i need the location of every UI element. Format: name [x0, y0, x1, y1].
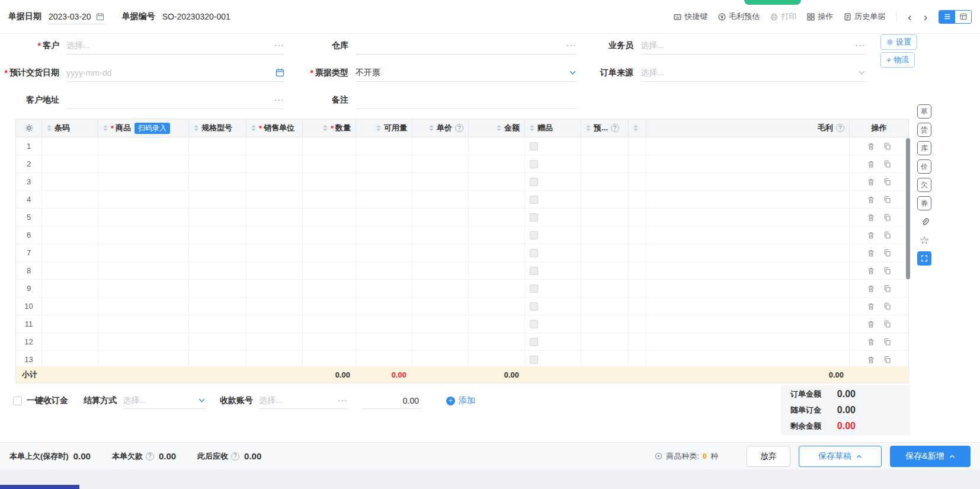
cell-unit[interactable] — [246, 173, 303, 190]
col-header-product[interactable]: *商品扫码录入 — [98, 119, 189, 137]
cell-extra[interactable] — [629, 155, 646, 172]
cell-spec[interactable] — [189, 333, 246, 350]
col-header-price[interactable]: 单价? — [412, 119, 469, 137]
gift-checkbox[interactable] — [530, 302, 538, 311]
sort-icon[interactable] — [586, 125, 591, 131]
cell-forecast[interactable] — [581, 226, 629, 244]
delete-row-icon[interactable] — [867, 320, 875, 328]
cell-qty[interactable] — [303, 244, 356, 261]
cell-barcode[interactable] — [42, 280, 98, 297]
ellipsis-icon[interactable]: ··· — [338, 396, 348, 405]
settings-button[interactable]: 设置 — [880, 34, 917, 50]
cell-price[interactable] — [412, 244, 469, 261]
copy-row-icon[interactable] — [883, 249, 892, 257]
cell-qty[interactable] — [303, 138, 356, 155]
cell-available[interactable] — [356, 351, 412, 366]
ellipsis-icon[interactable]: ··· — [856, 41, 866, 50]
sort-icon[interactable] — [497, 125, 501, 131]
print-button[interactable]: 打印 — [770, 11, 796, 22]
settle-method-select[interactable]: 选择... — [123, 392, 206, 409]
favorite-icon[interactable]: ☆ — [917, 233, 931, 247]
chevron-down-icon[interactable] — [198, 397, 206, 404]
cell-barcode[interactable] — [42, 298, 98, 315]
chevron-down-icon[interactable] — [858, 69, 866, 76]
delete-row-icon[interactable] — [867, 302, 875, 311]
draft-icon[interactable]: 草 — [917, 104, 931, 119]
cell-qty[interactable] — [303, 298, 356, 315]
copy-row-icon[interactable] — [883, 338, 892, 346]
copy-row-icon[interactable] — [883, 178, 892, 186]
save-draft-button[interactable]: 保存草稿 — [799, 446, 882, 467]
column-settings-icon[interactable] — [25, 124, 33, 132]
cell-spec[interactable] — [189, 262, 246, 279]
cell-unit[interactable] — [246, 226, 303, 244]
cell-forecast[interactable] — [581, 209, 629, 226]
cell-spec[interactable] — [189, 209, 246, 226]
cell-available[interactable] — [356, 262, 412, 279]
cell-available[interactable] — [356, 155, 412, 172]
cell-unit[interactable] — [246, 315, 303, 333]
copy-row-icon[interactable] — [883, 231, 892, 239]
next-doc-arrow[interactable]: › — [923, 11, 928, 23]
copy-row-icon[interactable] — [883, 356, 892, 364]
deposit-amount-input[interactable]: 0.00 — [362, 392, 421, 409]
profit-estimate-button[interactable]: 毛利预估 — [718, 11, 760, 22]
cell-qty[interactable] — [303, 155, 356, 172]
cell-spec[interactable] — [189, 244, 246, 261]
cell-qty[interactable] — [303, 333, 356, 350]
cell-barcode[interactable] — [42, 351, 98, 366]
cancel-button[interactable]: 放弃 — [747, 446, 790, 467]
cell-forecast[interactable] — [581, 333, 629, 350]
prev-doc-arrow[interactable]: ‹ — [907, 11, 912, 23]
cell-amount[interactable] — [469, 173, 525, 190]
cell-unit[interactable] — [246, 262, 303, 279]
cell-extra[interactable] — [629, 138, 646, 155]
help-icon[interactable]: ? — [146, 452, 154, 461]
cell-amount[interactable] — [469, 191, 525, 208]
cell-price[interactable] — [412, 191, 469, 208]
delete-row-icon[interactable] — [867, 356, 875, 364]
delete-row-icon[interactable] — [867, 249, 875, 257]
cell-spec[interactable] — [189, 155, 246, 172]
cell-spec[interactable] — [189, 173, 246, 190]
cell-available[interactable] — [356, 315, 412, 333]
add-payment-button[interactable]: + 添加 — [446, 395, 475, 406]
cell-barcode[interactable] — [42, 173, 98, 190]
copy-row-icon[interactable] — [883, 302, 892, 311]
table-row[interactable]: 4 — [16, 191, 908, 209]
copy-row-icon[interactable] — [883, 160, 892, 168]
cell-product[interactable] — [98, 138, 189, 155]
view-toggle-form-icon[interactable] — [955, 11, 971, 23]
cell-barcode[interactable] — [42, 209, 98, 226]
cell-spec[interactable] — [189, 138, 246, 155]
cell-price[interactable] — [412, 138, 469, 155]
cell-profit[interactable] — [646, 333, 850, 350]
col-header-barcode[interactable]: 条码 — [42, 119, 98, 137]
cell-available[interactable] — [356, 138, 412, 155]
ellipsis-icon[interactable]: ··· — [274, 41, 284, 50]
cell-extra[interactable] — [629, 244, 646, 261]
cell-barcode[interactable] — [42, 244, 98, 261]
cell-unit[interactable] — [246, 191, 303, 208]
col-header-spec[interactable]: 规格型号 — [189, 119, 246, 137]
cell-profit[interactable] — [646, 298, 850, 315]
cell-barcode[interactable] — [42, 191, 98, 208]
copy-row-icon[interactable] — [883, 267, 892, 275]
cell-amount[interactable] — [469, 138, 525, 155]
cell-amount[interactable] — [469, 315, 525, 333]
cell-profit[interactable] — [646, 209, 850, 226]
help-icon[interactable]: ? — [455, 124, 463, 132]
cell-available[interactable] — [356, 280, 412, 297]
cell-profit[interactable] — [646, 138, 850, 155]
sort-icon[interactable] — [323, 125, 328, 131]
cell-unit[interactable] — [246, 351, 303, 366]
cell-price[interactable] — [412, 315, 469, 333]
cell-profit[interactable] — [646, 244, 850, 261]
gift-checkbox[interactable] — [530, 267, 538, 275]
col-header-extra[interactable] — [629, 119, 646, 137]
cell-profit[interactable] — [646, 191, 850, 208]
goods-icon[interactable]: 货 — [917, 123, 931, 137]
table-row[interactable]: 11 — [16, 315, 908, 333]
sort-icon[interactable] — [103, 125, 108, 131]
cell-profit[interactable] — [646, 315, 850, 333]
